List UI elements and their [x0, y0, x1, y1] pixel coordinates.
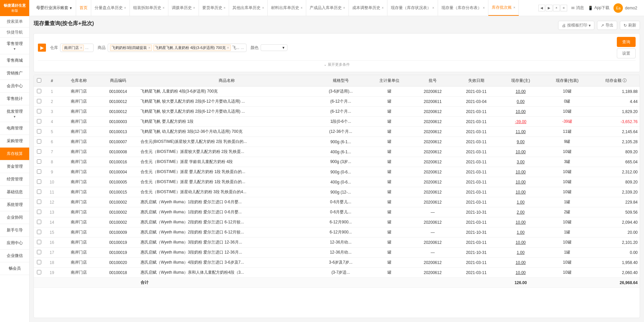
sidebar-item-batch-mgmt[interactable]: 批发管理 ▼ — [0, 105, 29, 122]
tab-inventory-status[interactable]: 现存量（库存状况表） × — [387, 0, 438, 16]
row-qty-main[interactable]: 1.00 — [499, 248, 542, 258]
nav-menu-btn[interactable]: ≡ — [560, 5, 567, 11]
messages-btn[interactable]: ✉ 消息 — [571, 5, 584, 11]
product-tag-feihe4[interactable]: 飞鹤星飞帆 儿童奶粉 4段(3-6岁适用) 700克 × — [153, 45, 231, 51]
close-icon[interactable]: × — [483, 6, 485, 10]
row-checkbox[interactable] — [34, 258, 44, 268]
row-checkbox[interactable] — [34, 227, 44, 237]
tag-close-icon[interactable]: × — [80, 46, 82, 50]
close-icon[interactable]: × — [382, 6, 384, 10]
sidebar-item-apps[interactable]: 应用中心 — [0, 237, 29, 250]
nav-prev-btn[interactable]: ◀ — [538, 5, 545, 11]
account-dropdown[interactable]: 母婴行业演示账套 ▾ — [32, 0, 76, 16]
close-icon[interactable]: × — [163, 6, 165, 10]
settings-btn[interactable]: 设置 — [617, 48, 636, 58]
sidebar-item-retail-mgmt[interactable]: 零售管理 ▼ — [0, 38, 29, 54]
nav-next-btn[interactable]: ▶ — [546, 5, 552, 11]
tab-disassemble[interactable]: 组装拆卸单历史 × — [130, 0, 168, 16]
export-btn[interactable]: ↗ 导出 — [597, 21, 617, 30]
row-checkbox[interactable] — [34, 217, 44, 227]
close-icon[interactable]: × — [432, 6, 434, 10]
tag-close-icon[interactable]: × — [148, 46, 150, 50]
row-qty-main[interactable]: 10.00 — [499, 217, 542, 227]
sidebar-item-purchase[interactable]: 采购管理 — [0, 135, 29, 148]
product-tag-feihe3[interactable]: 飞鹤奶粉3段四罐提装 × — [110, 45, 152, 51]
warehouse-input[interactable]: 南岸门店 × ... — [60, 44, 94, 52]
tab-other-out[interactable]: 其他出库单历史 × — [229, 0, 268, 16]
tab-product-in[interactable]: 产成品入库单历史 × — [306, 0, 349, 16]
row-qty-main[interactable]: 10.00 — [499, 187, 542, 197]
row-checkbox[interactable] — [34, 177, 44, 187]
row-qty-main[interactable]: 10.00 — [499, 167, 542, 177]
row-checkbox[interactable] — [34, 207, 44, 217]
row-checkbox[interactable] — [34, 187, 44, 197]
tab-batch-ledger[interactable]: 库存批次账 × — [488, 0, 519, 16]
row-qty-main[interactable]: 1.00 — [499, 227, 542, 237]
row-qty-main[interactable]: 3.00 — [499, 157, 542, 167]
sidebar-item-ecommerce[interactable]: 电商管理 — [0, 122, 29, 135]
row-checkbox[interactable] — [34, 87, 44, 97]
sidebar-item-retail-stats[interactable]: 零售统计 — [0, 93, 29, 105]
sidebar-item-enterprise-wechat[interactable]: 企业微信 — [0, 250, 29, 262]
select-all-checkbox[interactable] — [37, 78, 41, 83]
row-checkbox[interactable] — [34, 268, 44, 278]
filter-expand-btn[interactable]: ▶ — [38, 44, 46, 52]
row-qty-main[interactable]: 10.00 — [499, 237, 542, 248]
sidebar-item-collab[interactable]: 企业协同 — [0, 211, 29, 224]
product-dots[interactable]: ... — [241, 45, 244, 50]
sidebar-item-guide[interactable]: 新手引导 — [0, 224, 29, 237]
row-qty-main[interactable]: 0.00 — [499, 97, 542, 107]
sidebar-item-inventory[interactable]: 库存核算 — [0, 148, 29, 160]
tab-split-inventory[interactable]: 分量盘点单历史 × — [91, 0, 130, 16]
close-icon[interactable]: × — [124, 6, 126, 10]
print-template-btn[interactable]: 🖨 按模板打印 ▾ — [558, 21, 594, 30]
row-checkbox[interactable] — [34, 157, 44, 167]
sidebar-item-finance[interactable]: 资金管理 — [0, 160, 29, 173]
row-checkbox[interactable] — [34, 248, 44, 258]
row-checkbox[interactable] — [34, 97, 44, 107]
row-checkbox[interactable] — [34, 127, 44, 137]
sidebar-item-operation[interactable]: 经营管理 — [0, 173, 29, 186]
close-icon[interactable]: × — [193, 6, 195, 10]
tag-close-icon[interactable]: × — [227, 46, 229, 50]
row-checkbox[interactable] — [34, 117, 44, 127]
close-icon[interactable]: × — [343, 6, 345, 10]
row-qty-main[interactable]: 10.00 — [499, 107, 542, 117]
row-checkbox[interactable] — [34, 167, 44, 177]
close-icon[interactable]: × — [262, 6, 264, 10]
row-qty-main[interactable]: 9.00 — [499, 137, 542, 147]
close-icon[interactable]: × — [301, 6, 303, 10]
product-input[interactable]: 飞鹤奶粉3段四罐提装 × 飞鹤星飞帆 儿童奶粉 4段(3-6岁适用) 700克 … — [108, 44, 247, 52]
tab-inventory-dist[interactable]: 现存量（库存分布表） × — [438, 0, 489, 16]
row-qty-main[interactable]: 10.00 — [499, 177, 542, 187]
row-checkbox[interactable] — [34, 137, 44, 147]
row-qty-main[interactable]: 10.00 — [499, 147, 542, 157]
row-checkbox[interactable] — [34, 147, 44, 157]
tab-material-out[interactable]: 材料出库单历史 × — [268, 0, 306, 16]
query-btn[interactable]: 查询 — [617, 37, 636, 47]
tab-demand[interactable]: 要货单历史 × — [199, 0, 229, 16]
sidebar-item-member2[interactable]: 畅会员 — [0, 262, 29, 275]
row-qty-main[interactable]: 11.00 — [499, 127, 542, 137]
sidebar-item-retail-mall[interactable]: 零售商城 — [0, 54, 29, 67]
row-checkbox[interactable] — [34, 197, 44, 207]
warehouse-tag-nanan[interactable]: 南岸门店 × — [62, 45, 84, 51]
row-qty-main[interactable]: 2.00 — [499, 207, 542, 217]
row-qty-main[interactable]: -39.00 — [499, 117, 542, 127]
refresh-btn[interactable]: ↻ 刷新 — [620, 21, 640, 30]
tab-home[interactable]: 首页 — [76, 0, 91, 16]
search-menu[interactable]: 搜索菜单 — [0, 16, 29, 28]
sidebar-item-member[interactable]: 会员中心 — [0, 80, 29, 93]
close-icon[interactable]: × — [513, 6, 515, 9]
color-dropdown[interactable]: ▾ — [261, 44, 287, 51]
row-qty-main[interactable]: 10.00 — [499, 258, 542, 268]
sidebar-item-basic-info[interactable]: 基础信息 — [0, 186, 29, 199]
quick-nav[interactable]: 快捷导航 — [0, 28, 29, 38]
nav-close-btn[interactable]: × — [553, 5, 560, 11]
warehouse-dots[interactable]: ... — [85, 45, 89, 50]
row-qty-main[interactable]: 10.00 — [499, 268, 542, 278]
user-avatar[interactable]: Ea demo2 — [613, 3, 637, 13]
row-checkbox[interactable] — [34, 237, 44, 248]
expand-more-btn[interactable]: ⌄ 展开更多条件 — [38, 60, 636, 68]
tab-pick[interactable]: 调拨单历史 × — [168, 0, 199, 16]
